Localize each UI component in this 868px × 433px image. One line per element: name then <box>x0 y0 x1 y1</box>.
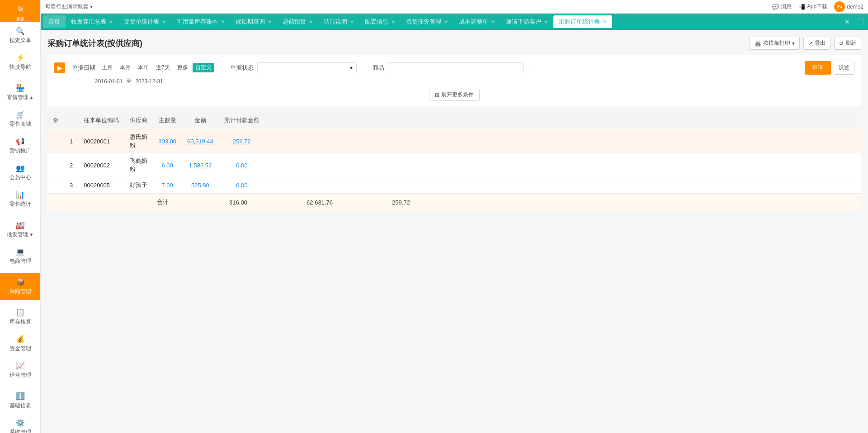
refresh-button[interactable]: ↺ 刷新 <box>834 37 861 50</box>
query-button[interactable]: 查询 <box>805 61 831 75</box>
table-body: 1 00020001 惠氏奶粉 303.00 60,519.44 259.72 … <box>47 129 861 193</box>
retail-mgmt-icon: 🏪 <box>16 84 25 92</box>
tab-cost-adj[interactable]: 成本调整单 ✕ <box>453 15 500 28</box>
row1-quantity[interactable]: 303.00 <box>153 129 182 153</box>
topbar-chevron-down-icon: ▾ <box>90 4 93 10</box>
export-button[interactable]: ↗ 导出 <box>803 37 830 50</box>
status-chevron-down-icon: ▾ <box>350 65 353 71</box>
row1-paid[interactable]: 259.72 <box>219 129 265 153</box>
row2-paid[interactable]: 0.00 <box>219 153 265 177</box>
date-custom-badge[interactable]: 自定义 <box>193 63 214 72</box>
tab-close-pick-task[interactable]: ✕ <box>444 19 448 25</box>
row2-supplier-name: 飞鹤奶粉 <box>124 153 153 177</box>
row2-quantity[interactable]: 6.00 <box>153 153 182 177</box>
row3-amount[interactable]: 525.80 <box>182 177 219 193</box>
sidebar-item-sys-mgmt[interactable]: ⚙️ 系统管理 <box>0 414 41 433</box>
tab-overstock[interactable]: 超储预警 ✕ <box>277 15 318 28</box>
ecommerce-icon: 💻 <box>16 247 25 256</box>
sidebar-item-ops-mgmt[interactable]: 📈 经营管理 <box>0 357 41 384</box>
goods-search-input[interactable] <box>388 62 524 73</box>
th-paid: 累计付款金额 <box>219 112 265 129</box>
tab-close-all-btn[interactable]: ✕ <box>842 16 853 27</box>
sidebar-item-retail-mgmt[interactable]: 🏪 零售管理 ▲ <box>0 79 41 106</box>
goods-more-icon[interactable]: ··· <box>527 64 532 71</box>
retail-mgmt-arrow-icon: ▲ <box>29 95 34 100</box>
sidebar-item-member-center[interactable]: 👥 会员中心 <box>0 159 41 186</box>
sidebar-item-purchase-mgmt[interactable]: 📦 采购管理 <box>0 273 41 300</box>
tab-close-purchase-order-stats[interactable]: ✕ <box>603 19 607 25</box>
sidebar-item-search[interactable]: 🔍 搜索菜单 <box>0 22 41 49</box>
tab-fullscreen-btn[interactable]: ⛶ <box>855 16 866 27</box>
row3-empty <box>265 177 861 193</box>
tab-close-function-desc[interactable]: ✕ <box>350 19 354 25</box>
settings-icon[interactable]: ⚙ <box>53 117 59 124</box>
print-button[interactable]: 🖨️ 按模板打印 ▾ <box>750 37 800 50</box>
retail-stats-icon: 📊 <box>16 190 25 199</box>
svg-text:畅: 畅 <box>17 5 23 12</box>
date-last-month-btn[interactable]: 上月 <box>99 63 115 72</box>
date-this-year-btn[interactable]: 本年 <box>135 63 151 72</box>
row1-supplier-code: 00020001 <box>78 129 124 153</box>
row3-paid[interactable]: 0.00 <box>219 177 265 193</box>
settings-button[interactable]: 设置 <box>834 61 854 75</box>
row2-check <box>47 153 64 177</box>
th-supplier-code: 往来单位编码 <box>78 112 124 129</box>
tab-invite-downstream[interactable]: 邀请下游客户 ✕ <box>500 15 553 28</box>
tab-close-receive-send[interactable]: ✕ <box>109 19 113 25</box>
row1-amount[interactable]: 60,519.44 <box>182 129 219 153</box>
tab-close-cost-adj[interactable]: ✕ <box>491 19 495 25</box>
tab-close-overstock[interactable]: ✕ <box>309 19 313 25</box>
tab-close-config-info[interactable]: ✕ <box>391 19 395 25</box>
table-row: 1 00020001 惠氏奶粉 303.00 60,519.44 259.72 <box>47 129 861 153</box>
sidebar-item-basic-info[interactable]: ℹ️ 基础信息 <box>0 387 41 414</box>
sidebar: 畅 标版 🔍 搜索菜单 ⚡ 快捷导航 🏪 零售管理 ▲ 🛒 零售商城 📢 营销推… <box>0 0 41 433</box>
tab-close-purchase-stats[interactable]: ✕ <box>162 19 166 25</box>
sidebar-logo-text: 标版 <box>16 16 24 22</box>
topbar-user-area[interactable]: Ea demo2 <box>834 1 863 12</box>
row2-amount[interactable]: 1,586.52 <box>182 153 219 177</box>
tab-close-invite-downstream[interactable]: ✕ <box>544 19 548 25</box>
th-supplier-name: 供应商 <box>124 112 153 129</box>
row1-num: 1 <box>64 129 78 153</box>
tab-pick-task[interactable]: 拣货任务管理 ✕ <box>401 15 453 28</box>
sidebar-item-finance[interactable]: 💰 资金管理 <box>0 330 41 357</box>
row1-check <box>47 129 64 153</box>
tab-home[interactable]: 首页 <box>43 15 66 28</box>
tab-receive-send[interactable]: 收发存汇总表 ✕ <box>66 15 118 28</box>
filter-date-item: 单据日期 上月 本月 本年 近7天 更多 自定义 <box>72 63 214 72</box>
date-more-btn[interactable]: 更多 <box>175 63 191 72</box>
topbar-app-download-btn[interactable]: 📲 App下载 <box>798 3 827 10</box>
app-download-icon: 📲 <box>798 4 805 10</box>
tab-purchase-order-stats[interactable]: 采购订单统计表 ✕ <box>553 15 612 28</box>
filter-toggle-btn[interactable]: ▶ <box>54 62 65 73</box>
tab-config-info[interactable]: 配置信息 ✕ <box>359 15 401 28</box>
tab-function-desc[interactable]: 功能说明 ✕ <box>318 15 359 28</box>
sys-mgmt-icon: ⚙️ <box>16 419 25 427</box>
sidebar-item-ecommerce[interactable]: 💻 电商管理 <box>0 243 41 270</box>
page-content: 采购订单统计表(按供应商) 🖨️ 按模板打印 ▾ ↗ 导出 ↺ 刷新 <box>41 30 868 433</box>
topbar-left: 母婴行业演示账套 ▾ <box>45 3 93 10</box>
sidebar-item-wholesale-mgmt[interactable]: 🏭 批发管理 ▼ <box>0 216 41 243</box>
date-7days-btn[interactable]: 近7天 <box>153 63 173 72</box>
sidebar-item-inventory[interactable]: 📋 库存核算 <box>0 304 41 330</box>
topbar-message-btn[interactable]: 💬 消息 <box>772 3 792 10</box>
tab-close-inventory-book[interactable]: ✕ <box>221 19 225 25</box>
wholesale-arrow-icon: ▼ <box>29 232 34 237</box>
date-this-month-btn[interactable]: 本月 <box>117 63 133 72</box>
status-select[interactable]: ▾ <box>257 62 357 73</box>
sidebar-item-quick-nav[interactable]: ⚡ 快捷导航 <box>0 49 41 76</box>
row3-quantity[interactable]: 7.00 <box>153 177 182 193</box>
status-filter-label: 单据状态 <box>230 64 254 72</box>
tab-purchase-stats[interactable]: 要货单统计表 ✕ <box>118 15 171 28</box>
row2-num: 2 <box>64 153 78 177</box>
sidebar-item-retail-store[interactable]: 🛒 零售商城 <box>0 106 41 133</box>
sidebar-item-marketing[interactable]: 📢 营销推广 <box>0 133 41 159</box>
expand-btn[interactable]: ⊞ 展开更多条件 <box>429 89 480 101</box>
tab-close-expiry-query[interactable]: ✕ <box>268 19 272 25</box>
tab-inventory-book[interactable]: 可用量库存账本 ✕ <box>171 15 230 28</box>
goods-filter-label: 商品 <box>373 64 384 72</box>
retail-store-icon: 🛒 <box>16 110 25 119</box>
topbar-account-dropdown[interactable]: 母婴行业演示账套 ▾ <box>45 3 93 10</box>
sidebar-item-retail-stats[interactable]: 📊 零售统计 <box>0 186 41 213</box>
tab-expiry-query[interactable]: 保质期查询 ✕ <box>230 15 277 28</box>
